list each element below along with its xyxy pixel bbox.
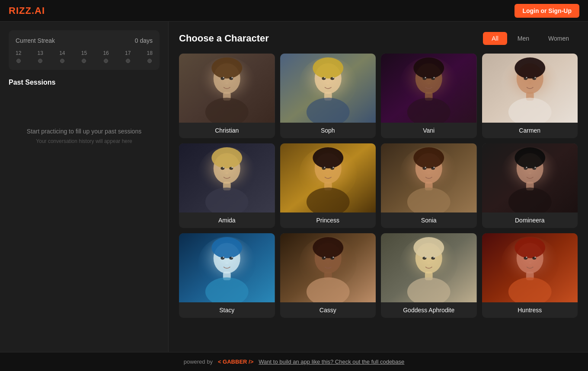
svg-point-107 <box>324 257 325 258</box>
character-image <box>482 54 578 123</box>
svg-point-87 <box>528 172 531 174</box>
character-card[interactable]: Domineera <box>482 143 578 228</box>
codebase-link[interactable]: Want to build an app like this? Check ou… <box>259 358 404 365</box>
svg-point-41 <box>526 77 527 78</box>
empty-sessions-main: Start practicing to fill up your past se… <box>27 128 141 135</box>
streak-section: Current Streak 0 days 12 13 14 15 16 17 … <box>9 30 160 70</box>
svg-point-32 <box>427 82 430 84</box>
streak-dot <box>38 59 42 63</box>
svg-point-120 <box>427 262 430 264</box>
empty-sessions-sub: Your conversation history will appear he… <box>36 138 132 144</box>
character-name: Vani <box>381 123 477 138</box>
filter-tab-men[interactable]: Men <box>509 32 538 45</box>
streak-day: 15 <box>81 50 87 63</box>
svg-point-31 <box>433 77 435 78</box>
svg-point-21 <box>326 82 329 84</box>
svg-point-30 <box>425 77 426 78</box>
right-header: Choose a Character AllMenWomen <box>179 32 578 45</box>
streak-day: 12 <box>16 50 21 63</box>
character-grid: Christian <box>179 54 578 318</box>
svg-point-3 <box>211 57 242 79</box>
streak-label: Current Streak <box>16 37 55 44</box>
svg-point-129 <box>526 257 527 258</box>
character-card[interactable]: Cassy <box>280 233 376 318</box>
character-name: Christian <box>179 123 275 138</box>
character-card[interactable]: Stacy <box>179 233 275 318</box>
login-button[interactable]: Login or Sign-Up <box>514 4 579 18</box>
character-card[interactable]: Huntress <box>482 233 578 318</box>
character-name: Amida <box>179 212 275 228</box>
streak-dot <box>104 59 108 63</box>
character-image <box>381 233 477 302</box>
svg-point-80 <box>514 147 545 168</box>
character-card[interactable]: Vani <box>381 54 477 138</box>
choose-title: Choose a Character <box>179 33 269 44</box>
streak-day: 13 <box>38 50 43 63</box>
character-card[interactable]: Sonia <box>381 143 477 228</box>
character-name: Huntress <box>482 302 578 318</box>
svg-point-10 <box>225 82 228 84</box>
powered-by-text: powered by <box>184 358 213 365</box>
streak-day-num: 16 <box>103 50 109 56</box>
svg-point-98 <box>225 262 228 264</box>
character-image <box>482 233 578 302</box>
svg-point-124 <box>514 237 545 258</box>
character-name: Domineera <box>482 212 578 228</box>
svg-point-96 <box>223 257 224 258</box>
character-image <box>280 54 376 123</box>
svg-point-130 <box>534 257 536 258</box>
character-image <box>179 54 275 123</box>
streak-day-num: 18 <box>147 50 153 56</box>
character-image <box>179 143 275 212</box>
character-image <box>179 233 275 302</box>
streak-days: 12 13 14 15 16 17 18 <box>16 50 153 63</box>
character-image <box>280 233 376 302</box>
streak-day-num: 17 <box>125 50 131 56</box>
streak-day-num: 13 <box>38 50 43 56</box>
svg-point-54 <box>225 172 228 174</box>
streak-dot <box>82 59 86 63</box>
svg-point-52 <box>223 167 224 168</box>
svg-point-8 <box>223 77 224 78</box>
streak-day-num: 15 <box>81 50 87 56</box>
gabber-logo: < GABBER /> <box>218 358 253 365</box>
svg-point-91 <box>211 237 242 258</box>
character-name: Stacy <box>179 302 275 318</box>
svg-point-9 <box>231 77 233 78</box>
character-image <box>280 143 376 212</box>
character-name: Cassy <box>280 302 376 318</box>
svg-point-74 <box>425 167 426 168</box>
left-panel: Current Streak 0 days 12 13 14 15 16 17 … <box>0 22 169 352</box>
streak-value: 0 days <box>135 37 153 44</box>
filter-tabs: AllMenWomen <box>483 32 578 45</box>
streak-header: Current Streak 0 days <box>16 37 153 44</box>
filter-tab-all[interactable]: All <box>483 32 507 45</box>
character-name: Soph <box>280 123 376 138</box>
svg-point-108 <box>332 257 334 258</box>
character-image <box>381 54 477 123</box>
streak-day: 14 <box>59 50 65 63</box>
app-header: RIZZ.AI Login or Sign-Up <box>0 0 588 22</box>
character-card[interactable]: Christian <box>179 54 275 138</box>
svg-point-85 <box>526 167 527 168</box>
svg-point-102 <box>313 237 343 258</box>
character-card[interactable]: Amida <box>179 143 275 228</box>
svg-point-47 <box>211 147 242 168</box>
character-card[interactable]: Goddess Aphrodite <box>381 233 477 318</box>
streak-dot <box>16 59 21 63</box>
main-layout: Current Streak 0 days 12 13 14 15 16 17 … <box>0 22 588 352</box>
svg-point-25 <box>413 57 444 79</box>
svg-point-53 <box>231 167 233 168</box>
streak-day-num: 14 <box>59 50 65 56</box>
streak-day: 16 <box>103 50 109 63</box>
svg-point-76 <box>427 172 430 174</box>
character-card[interactable]: Carmen <box>482 54 578 138</box>
filter-tab-women[interactable]: Women <box>540 32 578 45</box>
svg-point-65 <box>326 172 329 174</box>
past-sessions-section: Past Sessions Start practicing to fill u… <box>9 79 160 179</box>
svg-point-97 <box>231 257 233 258</box>
character-card[interactable]: Princess <box>280 143 376 228</box>
character-card[interactable]: Soph <box>280 54 376 138</box>
app-footer: powered by < GABBER /> Want to build an … <box>0 352 588 371</box>
character-name: Sonia <box>381 212 477 228</box>
